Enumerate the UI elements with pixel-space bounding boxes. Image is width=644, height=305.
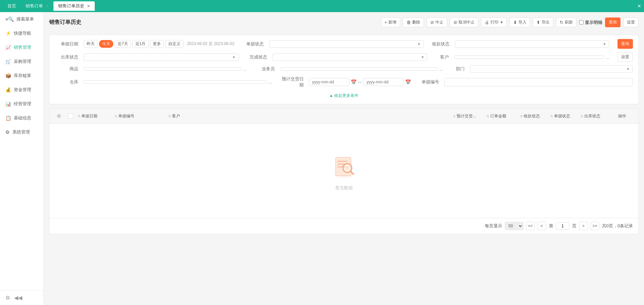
stop-button[interactable]: ⊘ 中止 [427, 17, 447, 27]
sidebar-settings-icon[interactable]: ⚙ [5, 295, 10, 301]
print-button[interactable]: 🖨 打印 ▼ [481, 17, 507, 27]
next-page-icon: > [582, 224, 585, 228]
th-out-status: ⇅ 出库状态 [578, 111, 609, 122]
cancel-stop-button[interactable]: ⊘ 取消中止 [450, 17, 478, 27]
display-detail-checkbox[interactable] [579, 20, 584, 25]
delivery-date-to-icon[interactable]: 📅 [405, 79, 411, 85]
page-size-select[interactable]: 50 10 20 100 [505, 222, 523, 230]
sidebar: ≡🔍 搜索菜单 ⚡ 快捷导航 📈 销售管理 🛒 采购管理 📦 库存核算 💰 资金… [0, 12, 44, 305]
table-settings-icon[interactable]: ⚙ [54, 111, 63, 121]
sort-out-status-icon[interactable]: ⇅ [581, 114, 583, 118]
date-range-text: 2023-06-02 至 2023-06-02 [187, 41, 234, 47]
warehouse-dots[interactable]: ... [268, 79, 272, 85]
stop-label: 中止 [435, 20, 443, 25]
new-button[interactable]: + 新增 [381, 17, 400, 27]
last-page-icon: >> [593, 224, 597, 228]
tab-sales-order[interactable]: 销售订单 ✕ [21, 1, 53, 11]
sales-person-select[interactable] [280, 67, 438, 71]
sidebar-item-ops-mgmt[interactable]: 📊 经营管理 [0, 97, 43, 111]
warehouse-select[interactable] [84, 80, 267, 84]
pay-status-select[interactable]: ▼ [455, 40, 609, 48]
export-button[interactable]: ⬆ 导出 [533, 17, 553, 27]
date-btn-more[interactable]: 更多 [150, 40, 164, 48]
header-checkbox[interactable] [68, 113, 73, 119]
complete-status-select[interactable]: ▼ [272, 53, 428, 61]
sidebar-bottom: ⚙ ◀◀ [0, 290, 43, 305]
first-page-btn[interactable]: << [526, 222, 535, 230]
page-number-input[interactable] [556, 222, 569, 230]
refresh-icon: ↻ [560, 20, 563, 25]
out-status-select[interactable]: ▼ [84, 53, 239, 61]
sidebar-item-sys-mgmt[interactable]: ⚙ 系统管理 [0, 125, 43, 139]
dept-select[interactable]: ▼ [470, 65, 633, 73]
th-doc-no: ⇅ 单据编号 [113, 111, 166, 122]
customer-select[interactable] [454, 55, 604, 59]
collapse-btn[interactable]: ▲ 收起更多条件 [329, 91, 358, 100]
sort-pay-status-icon[interactable]: ⇅ [520, 114, 523, 118]
date-btn-7days[interactable]: 近7天 [115, 40, 131, 48]
settings-button-2[interactable]: 设置 [617, 52, 633, 62]
product-select[interactable] [84, 67, 241, 71]
empty-state-icon [327, 151, 361, 181]
th-amount-label: 订单金额 [490, 113, 506, 119]
sort-doc-no-icon[interactable]: ⇅ [115, 114, 117, 118]
th-doc-date-label: 单据日期 [81, 113, 97, 119]
refresh-button[interactable]: ↻ 刷新 [556, 17, 576, 27]
tab-home[interactable]: 首页 [3, 1, 21, 11]
import-button[interactable]: ⬇ 导入 [510, 17, 530, 27]
out-status-label: 出库状态 [55, 54, 78, 60]
sidebar-collapse-icon[interactable]: ◀◀ [14, 295, 22, 301]
page-size-label: 每页显示 [485, 223, 502, 229]
doc-status-select[interactable]: ▼ [269, 40, 424, 48]
delete-button[interactable]: 🗑 删除 [403, 17, 424, 27]
product-dots[interactable]: ... [243, 66, 247, 72]
tab-sales-order-label: 销售订单 [26, 3, 43, 9]
last-page-btn[interactable]: >> [591, 222, 599, 230]
delivery-date-from[interactable] [309, 78, 349, 86]
first-page-icon: << [528, 224, 533, 228]
sidebar-item-purchase-mgmt[interactable]: 🛒 采购管理 [0, 54, 43, 69]
date-btn-today[interactable]: 昨天 [84, 40, 98, 48]
sidebar-item-basic-info[interactable]: 📋 基础信息 [0, 111, 43, 125]
delivery-date-from-icon[interactable]: 📅 [351, 79, 356, 85]
sidebar-item-stock-calc-label: 库存核算 [14, 73, 31, 79]
query-label: 查询 [609, 20, 617, 25]
query-label-2: 查询 [621, 41, 629, 47]
pay-status-label: 收款状态 [429, 41, 449, 47]
sidebar-item-sales-mgmt[interactable]: 📈 销售管理 [0, 40, 43, 54]
out-status-chevron-icon: ▼ [232, 55, 236, 59]
next-page-btn[interactable]: > [579, 222, 588, 230]
th-action: 操作 [609, 111, 636, 122]
delivery-date-to[interactable] [363, 78, 404, 86]
doc-no-input[interactable] [444, 78, 633, 86]
empty-state: 暂无数据 [49, 124, 638, 218]
sidebar-item-fund-mgmt[interactable]: 💰 资金管理 [0, 83, 43, 97]
date-btn-1month[interactable]: 近1月 [132, 40, 149, 48]
doc-status-chevron-icon: ▼ [417, 42, 421, 46]
th-action-label: 操作 [618, 113, 626, 119]
delete-icon: 🗑 [406, 20, 411, 25]
ops-mgmt-icon: 📊 [5, 101, 11, 107]
window-close-icon[interactable]: ✕ [637, 3, 641, 9]
tab-sales-history[interactable]: 销售订单历史 ✕ [53, 1, 95, 11]
sort-amount-icon[interactable]: ⇅ [486, 114, 489, 118]
sort-customer-icon[interactable]: ⇅ [168, 114, 171, 118]
date-btn-custom[interactable]: 自定义 [165, 40, 183, 48]
query-button-2[interactable]: 查询 [617, 39, 633, 49]
tab-sales-history-close[interactable]: ✕ [87, 4, 90, 8]
date-btn-3days[interactable]: 今天 [99, 40, 113, 48]
prev-page-btn[interactable]: < [538, 222, 546, 230]
main-layout: ≡🔍 搜索菜单 ⚡ 快捷导航 📈 销售管理 🛒 采购管理 📦 库存核算 💰 资金… [0, 12, 644, 305]
sales-person-dots[interactable]: ... [439, 66, 443, 72]
sort-doc-date-icon[interactable]: ⇅ [78, 114, 80, 118]
customer-dots[interactable]: ... [605, 54, 609, 60]
sort-doc-status-icon[interactable]: ⇅ [550, 114, 553, 118]
tab-sales-order-close[interactable]: ✕ [46, 4, 49, 8]
query-button[interactable]: 查询 [605, 17, 620, 27]
sort-delivery-icon[interactable]: ⇅ [453, 114, 456, 118]
th-pay-status-label: 收款状态 [524, 113, 540, 119]
settings-button[interactable]: 设置 [623, 17, 639, 27]
sidebar-item-stock-calc[interactable]: 📦 库存核算 [0, 69, 43, 83]
sidebar-item-quick-nav[interactable]: ⚡ 快捷导航 [0, 26, 43, 40]
sidebar-item-search-menu[interactable]: ≡🔍 搜索菜单 [0, 12, 43, 26]
